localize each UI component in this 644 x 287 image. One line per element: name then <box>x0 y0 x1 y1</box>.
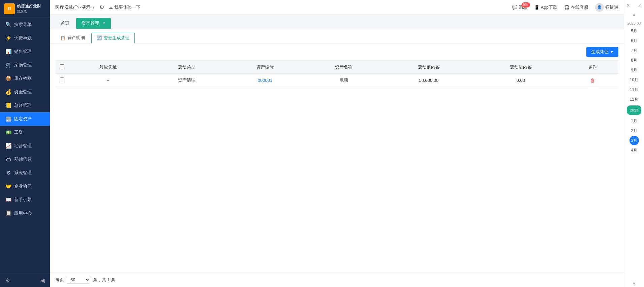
sidebar-item-label: 库存核算 <box>14 75 32 82</box>
customer-service-icon: 🎧 <box>564 5 570 10</box>
experience-btn[interactable]: ☁ 我要体验一下 <box>108 4 141 10</box>
sidebar-item-finance[interactable]: 💰资金管理 <box>0 85 50 99</box>
generate-chevron-icon: ▼ <box>610 50 614 54</box>
system-icon: ⚙ <box>5 170 11 176</box>
calendar-month-item[interactable]: 5月 <box>626 26 642 36</box>
basic-icon: 🗃 <box>5 156 11 162</box>
sidebar-item-label: 基础信息 <box>14 156 32 162</box>
operations-icon: 📈 <box>5 143 11 149</box>
sidebar-item-appstore[interactable]: 🔲应用中心 <box>0 206 50 220</box>
collapse-icon[interactable]: ◀ <box>40 277 44 284</box>
right-panel-expand-icon[interactable]: ⤢ <box>638 3 642 8</box>
assets-table: 对应凭证 变动类型 资产编号 资产名称 变动前内容 变动后内容 操作 <box>55 60 618 87</box>
guide-icon: 📖 <box>5 197 11 203</box>
sidebar-item-label: 采购管理 <box>14 62 32 68</box>
right-panel-close-icon[interactable]: ✕ <box>626 3 630 8</box>
calendar-scroll: 2023.03 5月6月7月8月9月10月11月12月 2023 1月2月3月4… <box>624 18 644 280</box>
calendar-year-badge[interactable]: 2023 <box>627 105 641 115</box>
calendar-month-item[interactable]: 6月 <box>626 36 642 45</box>
tabs-bar: 首页 资产管理 ✕ <box>50 15 624 29</box>
row-checkbox-cell <box>55 74 69 87</box>
assets-icon: 🏢 <box>5 116 11 122</box>
search-icon: 🔍 <box>5 22 11 28</box>
message-btn[interactable]: 💬 消息 99+ <box>512 4 527 10</box>
company-selector[interactable]: 医疗器械行业演示 ▼ <box>55 4 95 10</box>
sub-tabs: 📋 资产明细 🔄 变更生成凭证 <box>50 29 624 43</box>
sidebar-item-search[interactable]: 🔍搜索菜单 <box>0 18 50 31</box>
table-row: -- 资产清理 000001 电脑 50,000.00 0.00 🗑 <box>55 74 618 87</box>
row-after-content: 0.00 <box>475 74 567 87</box>
sidebar-item-assets[interactable]: 🏢固定资产 <box>0 112 50 126</box>
logo-icon: 财 <box>4 3 15 14</box>
calendar-top-year: 2023.03 <box>624 19 644 26</box>
select-all-checkbox[interactable] <box>60 64 64 69</box>
sidebar-item-salary[interactable]: 💵工资 <box>0 126 50 139</box>
calendar-month-item[interactable]: 1月 <box>626 116 642 126</box>
header-asset-name: 资产名称 <box>304 61 383 74</box>
calendar-month-item[interactable]: 7月 <box>626 46 642 55</box>
tab-home[interactable]: 首页 <box>55 18 75 29</box>
header-voucher: 对应凭证 <box>69 61 147 74</box>
generate-voucher-button[interactable]: 生成凭证 ▼ <box>586 47 618 57</box>
salary-icon: 💵 <box>5 129 11 135</box>
sidebar-item-purchase[interactable]: 🛒采购管理 <box>0 58 50 72</box>
sub-tab-change-voucher[interactable]: 🔄 变更生成凭证 <box>91 33 135 43</box>
row-asset-name: 电脑 <box>304 74 383 87</box>
settings-icon[interactable]: ⚙ <box>5 277 10 284</box>
sidebar-logo: 财 畅捷通好业财 普及版 <box>0 0 50 18</box>
calendar-month-item[interactable]: 12月 <box>626 95 642 104</box>
sidebar-item-ledger[interactable]: 📒总账管理 <box>0 99 50 112</box>
sidebar-item-guide[interactable]: 📖新手引导 <box>0 193 50 206</box>
sidebar-item-system[interactable]: ⚙系统管理 <box>0 166 50 180</box>
calendar-month-item[interactable]: 9月 <box>626 65 642 75</box>
calendar-month-item[interactable]: 8月 <box>626 56 642 65</box>
row-operation: 🗑 <box>567 74 618 87</box>
app-download-icon: 📱 <box>534 5 540 10</box>
sidebar: 财 畅捷通好业财 普及版 🔍搜索菜单⚡快捷导航📊销售管理🛒采购管理📦库存核算💰资… <box>0 0 50 287</box>
experience-icon: ☁ <box>108 5 113 10</box>
calendar-month-item[interactable]: 10月 <box>626 75 642 85</box>
logo-text-block: 畅捷通好业财 普及版 <box>17 4 41 14</box>
header-asset-code: 资产编号 <box>226 61 304 74</box>
finance-icon: 💰 <box>5 89 11 95</box>
sidebar-item-label: 销售管理 <box>14 49 32 55</box>
sidebar-item-sales[interactable]: 📊销售管理 <box>0 45 50 58</box>
sub-tab-asset-detail[interactable]: 📋 资产明细 <box>55 32 90 43</box>
header-change-type: 变动类型 <box>147 61 226 74</box>
customer-service-btn[interactable]: 🎧 在线客服 <box>564 4 588 10</box>
app-download-btn[interactable]: 📱 App下载 <box>534 4 557 10</box>
row-asset-code[interactable]: 000001 <box>226 74 304 87</box>
sidebar-bottom: ⚙ ◀ <box>0 274 50 287</box>
change-voucher-icon: 🔄 <box>96 35 102 40</box>
tab-assets-close-icon[interactable]: ✕ <box>102 21 105 25</box>
sidebar-item-operations[interactable]: 📈经营管理 <box>0 139 50 153</box>
inventory-icon: 📦 <box>5 75 11 82</box>
sidebar-nav: 🔍搜索菜单⚡快捷导航📊销售管理🛒采购管理📦库存核算💰资金管理📒总账管理🏢固定资产… <box>0 18 50 274</box>
per-page-select[interactable]: 50 10 20 100 <box>67 276 90 284</box>
sidebar-item-label: 新手引导 <box>14 197 32 203</box>
calendar-month-item[interactable]: 4月 <box>626 146 642 155</box>
row-checkbox[interactable] <box>60 77 64 82</box>
sub-tab-change-voucher-label: 变更生成凭证 <box>103 35 130 41</box>
sidebar-item-quicknav[interactable]: ⚡快捷导航 <box>0 31 50 45</box>
customer-service-label: 在线客服 <box>571 4 588 10</box>
calendar-scroll-up[interactable]: ▲ <box>624 11 644 18</box>
user-profile[interactable]: 👤 畅捷通 <box>595 3 618 12</box>
avatar: 👤 <box>595 3 604 12</box>
row-delete-icon[interactable]: 🗑 <box>590 77 595 83</box>
sidebar-item-label: 系统管理 <box>14 170 32 176</box>
topbar-gear-icon[interactable]: ⚙ <box>99 4 104 10</box>
row-before-content: 50,000.00 <box>383 74 475 87</box>
generate-voucher-label: 生成凭证 <box>591 49 609 55</box>
sidebar-item-basic[interactable]: 🗃基础信息 <box>0 153 50 166</box>
user-name: 畅捷通 <box>605 4 618 10</box>
tab-assets[interactable]: 资产管理 ✕ <box>76 18 111 29</box>
sidebar-item-enterprise[interactable]: 🤝企业协同 <box>0 180 50 193</box>
calendar-month-item[interactable]: 2月 <box>626 126 642 135</box>
company-chevron-icon: ▼ <box>92 5 95 9</box>
sidebar-item-inventory[interactable]: 📦库存核算 <box>0 72 50 85</box>
enterprise-icon: 🤝 <box>5 183 11 189</box>
calendar-month-item[interactable]: 11月 <box>626 85 642 94</box>
calendar-month-item[interactable]: 3月 <box>630 136 639 145</box>
calendar-scroll-down[interactable]: ▼ <box>624 280 644 287</box>
